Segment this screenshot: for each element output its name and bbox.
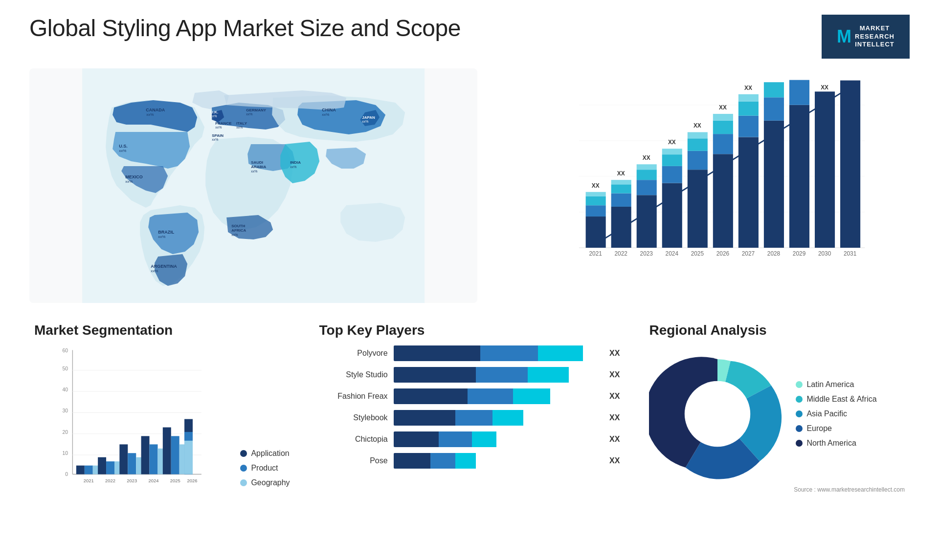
seg-chart-wrapper: 0 10 20 30 40 50 60 (34, 345, 290, 502)
svg-text:SOUTH: SOUTH (231, 224, 245, 228)
player-name-fashionfreax: Fashion Freax (319, 392, 388, 401)
svg-text:XX: XX (592, 182, 600, 189)
legend-dot-mea (796, 396, 803, 403)
player-val-stylestudio: XX (609, 370, 620, 379)
legend-label-product: Product (251, 464, 278, 473)
svg-text:XX: XX (719, 104, 727, 111)
world-map-svg: CANADA xx% U.S. xx% MEXICO xx% BRAZIL xx… (29, 68, 477, 303)
svg-text:2027: 2027 (742, 250, 755, 257)
players-container: Top Key Players Polyvore XX Style (314, 318, 625, 528)
svg-text:U.S.: U.S. (119, 144, 128, 149)
svg-rect-42 (586, 192, 606, 196)
player-bar-wrap-chictopia (394, 431, 600, 447)
player-bar-seg3-stylestudio (528, 367, 569, 383)
svg-rect-39 (586, 216, 606, 248)
regional-title: Regional Analysis (649, 323, 905, 338)
svg-text:2026: 2026 (187, 478, 198, 483)
svg-text:xx%: xx% (290, 165, 296, 169)
logo-line1: MARKET (855, 24, 894, 33)
svg-rect-61 (688, 138, 708, 151)
svg-text:XX: XX (846, 78, 855, 80)
svg-text:2022: 2022 (105, 478, 115, 483)
player-bar-seg2-stylestudio (476, 367, 527, 383)
player-bar-stylebook (394, 410, 600, 426)
svg-rect-79 (815, 91, 835, 248)
svg-rect-65 (713, 134, 733, 154)
legend-dot-product (240, 465, 247, 472)
svg-text:2024: 2024 (149, 478, 159, 483)
svg-text:2029: 2029 (793, 250, 806, 257)
source-text: Source : www.marketresearchintellect.com (649, 486, 905, 493)
legend-label-geography: Geography (251, 478, 290, 487)
svg-rect-118 (119, 444, 128, 474)
logo-box: M MARKET RESEARCH INTELLECT (822, 15, 910, 59)
svg-text:xx%: xx% (251, 170, 257, 173)
svg-rect-51 (637, 170, 657, 180)
svg-text:10: 10 (62, 451, 68, 456)
svg-text:JAPAN: JAPAN (362, 115, 375, 120)
svg-text:2021: 2021 (84, 478, 94, 483)
svg-rect-115 (106, 461, 114, 474)
legend-mea: Middle East & Africa (796, 395, 876, 404)
svg-text:xx%: xx% (119, 149, 126, 153)
svg-text:2021: 2021 (589, 250, 603, 257)
svg-rect-77 (789, 105, 809, 248)
svg-text:2028: 2028 (767, 250, 781, 257)
player-bar-seg1-fashionfreax (394, 388, 468, 404)
player-bar-seg2-pose (430, 453, 455, 469)
svg-rect-119 (128, 453, 136, 474)
svg-rect-132 (184, 441, 193, 474)
players-title: Top Key Players (319, 323, 620, 338)
svg-text:XX: XX (693, 122, 701, 129)
legend-label-asia-pacific: Asia Pacific (806, 409, 847, 418)
player-bar-seg2-fashionfreax (468, 388, 513, 404)
svg-text:2025: 2025 (691, 250, 704, 257)
player-bar-seg1-polyvore (394, 345, 480, 361)
svg-text:BRAZIL: BRAZIL (158, 230, 174, 235)
logo-line3: INTELLECT (855, 41, 894, 49)
svg-rect-71 (738, 101, 759, 115)
legend-geography: Geography (240, 478, 290, 487)
svg-text:SPAIN: SPAIN (212, 133, 224, 138)
svg-text:SAUDI: SAUDI (251, 160, 263, 165)
svg-rect-46 (611, 184, 631, 193)
svg-text:2025: 2025 (170, 478, 180, 483)
player-bar-seg1-stylebook (394, 410, 455, 426)
segmentation-container: Market Segmentation 0 10 20 30 40 50 (29, 318, 295, 528)
svg-rect-76 (764, 82, 784, 97)
svg-rect-80 (840, 81, 860, 248)
svg-text:2031: 2031 (844, 250, 857, 257)
player-row-pose: Pose XX (319, 453, 620, 469)
seg-chart-svg: 0 10 20 30 40 50 60 (34, 345, 230, 502)
legend-label-latin-america: Latin America (806, 380, 854, 389)
player-val-polyvore: XX (609, 349, 620, 358)
svg-text:2023: 2023 (640, 250, 653, 257)
svg-text:ARGENTINA: ARGENTINA (151, 264, 177, 269)
legend-label-application: Application (251, 449, 289, 458)
svg-rect-56 (662, 154, 682, 166)
donut-chart-svg (649, 345, 786, 482)
svg-rect-62 (688, 132, 708, 138)
player-bar-fashionfreax (394, 388, 600, 404)
svg-text:XX: XX (744, 85, 752, 91)
svg-text:XX: XX (821, 84, 829, 91)
svg-text:xx%: xx% (215, 126, 222, 129)
player-name-stylestudio: Style Studio (319, 370, 388, 379)
svg-rect-57 (662, 149, 682, 154)
svg-rect-69 (738, 137, 759, 248)
country-canada: CANADA (146, 108, 165, 112)
svg-rect-44 (611, 207, 631, 248)
svg-rect-59 (688, 170, 708, 248)
bar-chart-container: XX XX XX XX (497, 68, 910, 303)
svg-text:XX: XX (795, 78, 803, 80)
legend-application: Application (240, 449, 290, 458)
legend-latin-america: Latin America (796, 380, 876, 389)
svg-rect-122 (141, 436, 150, 474)
svg-text:ARABIA: ARABIA (251, 165, 266, 169)
svg-rect-111 (85, 466, 93, 474)
player-bar-seg3-chictopia (472, 431, 497, 447)
player-name-chictopia: Chictopia (319, 435, 388, 444)
svg-rect-60 (688, 151, 708, 170)
svg-rect-110 (76, 466, 85, 474)
player-bar-seg1-chictopia (394, 431, 439, 447)
